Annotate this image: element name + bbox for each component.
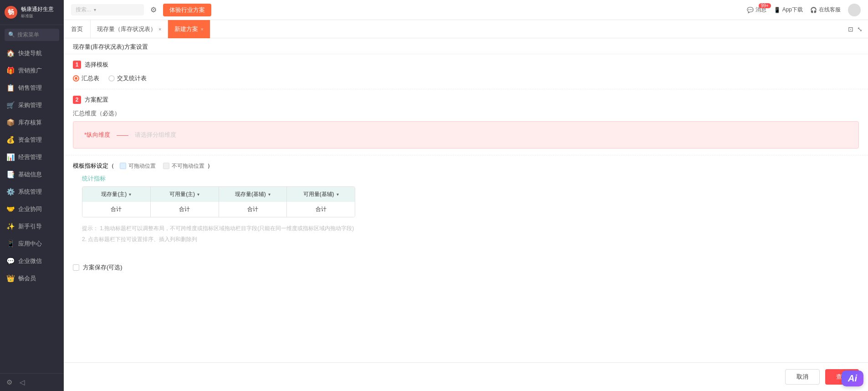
sidebar-item-purchase[interactable]: 🛒 采购管理 — [0, 97, 64, 114]
app-download-item[interactable]: 📱 App下载 — [774, 6, 803, 14]
sidebar-item-sales[interactable]: 📋 销售管理 — [0, 79, 64, 97]
sidebar-item-label: 新手引导 — [18, 222, 42, 231]
topbar-search-text: 搜索... — [76, 6, 91, 14]
section2-title: 方案配置 — [85, 96, 108, 104]
legend-draggable: 可拖动位置 — [120, 162, 156, 170]
headset-icon: 🎧 — [810, 7, 817, 13]
radio-cross-label: 交叉统计表 — [117, 74, 147, 82]
sidebar-item-label: 资金管理 — [18, 136, 42, 144]
indicator-legend: 可拖动位置 不可拖动位置 — [120, 162, 204, 170]
tab-inventory-status-label: 现存量（库存状况表） — [97, 25, 156, 33]
sidebar-item-quick-nav[interactable]: 🏠 快捷导航 — [0, 45, 64, 62]
settings-bottom-icon[interactable]: ⚙ — [6, 378, 12, 386]
online-service-item[interactable]: 🎧 在线客服 — [810, 6, 841, 14]
stats-col-1-label: 可用量(主) — [169, 190, 195, 198]
sidebar-item-marketing[interactable]: 🎁 营销推广 — [0, 62, 64, 79]
gift-icon: 🎁 — [6, 67, 15, 75]
sidebar-item-member[interactable]: 👑 畅会员 — [0, 270, 64, 287]
stats-col-2[interactable]: 现存量(基辅) ▾ — [219, 187, 287, 202]
radio-cross[interactable]: 交叉统计表 — [108, 74, 147, 82]
sidebar-item-label: 企业微信 — [18, 257, 42, 265]
sidebar-item-label: 企业协同 — [18, 205, 42, 213]
tab-home[interactable]: 首页 — [64, 20, 91, 38]
draggable-box — [120, 163, 126, 169]
crown-icon: 👑 — [6, 274, 15, 283]
stats-table-header: 现存量(主) ▾ 可用量(主) ▾ 现存量(基辅) ▾ 可用量(基辅) — [82, 187, 355, 202]
window-controls: ⊡ ⤡ — [842, 26, 868, 33]
sidebar-item-guide[interactable]: ✨ 新手引导 — [0, 218, 64, 235]
sidebar-item-system[interactable]: ⚙️ 系统管理 — [0, 183, 64, 201]
stats-cell-0: 合计 — [82, 202, 151, 217]
cancel-button[interactable]: 取消 — [785, 369, 820, 385]
section1-header: 1 选择模板 — [73, 61, 859, 69]
sidebar-item-label: 经营管理 — [18, 153, 42, 161]
hints: 提示： 1.拖动标题栏可以调整布局，不可跨维度或指标区域拖动栏目字段(只能在同一… — [73, 217, 859, 252]
tab-home-label: 首页 — [71, 25, 83, 33]
collapse-icon[interactable]: ◁ — [20, 378, 25, 386]
chart-icon: 📊 — [6, 153, 15, 161]
radio-summary-dot — [75, 77, 77, 80]
ai-badge[interactable]: Ai — [842, 370, 863, 386]
logo-icon: 畅 — [5, 6, 17, 19]
handshake-icon: 🤝 — [6, 205, 15, 213]
stats-cell-2: 合计 — [219, 202, 287, 217]
tab-new-plan-close[interactable]: × — [200, 26, 203, 32]
tab-new-plan[interactable]: 新建方案 × — [168, 20, 210, 38]
save-label: 方案保存(可选) — [83, 263, 123, 272]
search-label: 搜索菜单 — [17, 31, 39, 39]
save-checkbox[interactable] — [73, 264, 79, 271]
logo-text: 畅康通好生意 标准版 — [21, 5, 54, 19]
sidebar-item-inventory[interactable]: 📦 库存核算 — [0, 114, 64, 131]
sidebar-item-label: 销售管理 — [18, 84, 42, 92]
hint-2: 2. 点击标题栏下拉可设置排序、插入列和删除列 — [82, 235, 850, 245]
tab-inventory-status-close[interactable]: × — [158, 26, 161, 32]
indicator-settings: 模板指标设定（ 可拖动位置 不可拖动位置 ） 统计指标 — [64, 155, 868, 258]
sidebar-item-label: 采购管理 — [18, 101, 42, 109]
stats-col-3[interactable]: 可用量(基辅) ▾ — [287, 187, 355, 202]
sidebar-nav: 🏠 快捷导航 🎁 营销推广 📋 销售管理 🛒 采购管理 📦 库存核算 💰 资金管… — [0, 45, 64, 373]
chevron-icon-2: ▾ — [268, 192, 271, 197]
sidebar-item-basic-info[interactable]: 📑 基础信息 — [0, 166, 64, 183]
legend-not-draggable: 不可拖动位置 — [163, 162, 204, 170]
sidebar-item-enterprise[interactable]: 🤝 企业协同 — [0, 201, 64, 218]
sidebar: 畅 畅康通好生意 标准版 🔍 搜索菜单 🏠 快捷导航 🎁 营销推广 📋 销售管理… — [0, 0, 64, 391]
topbar-search[interactable]: 搜索... ▾ — [71, 4, 144, 15]
messages-item[interactable]: 💬 消息 99+ — [747, 6, 766, 14]
sidebar-item-operations[interactable]: 📊 经营管理 — [0, 149, 64, 166]
sidebar-item-label: 快捷导航 — [18, 49, 42, 57]
tab-inventory-status[interactable]: 现存量（库存状况表） × — [91, 20, 168, 38]
tab-new-plan-label: 新建方案 — [174, 25, 198, 33]
mobile-icon: 📱 — [6, 240, 15, 248]
maximize-icon[interactable]: ⤡ — [857, 26, 863, 33]
sidebar-item-label: 营销推广 — [18, 67, 42, 75]
not-draggable-label: 不可拖动位置 — [172, 162, 204, 170]
sidebar-search[interactable]: 🔍 搜索菜单 — [5, 29, 59, 41]
dimension-box[interactable]: *纵向维度 —— 请选择分组维度 — [73, 121, 859, 149]
radio-summary[interactable]: 汇总表 — [73, 74, 99, 82]
star-icon: ✨ — [6, 222, 15, 231]
app-logo: 畅 畅康通好生意 标准版 — [0, 0, 64, 25]
section-plan-config: 2 方案配置 汇总维度（必选） *纵向维度 —— 请选择分组维度 — [64, 89, 868, 155]
avatar[interactable] — [848, 4, 861, 16]
cart-icon: 🛒 — [6, 101, 15, 109]
trial-button[interactable]: 体验行业方案 — [163, 4, 211, 16]
radio-summary-circle — [73, 75, 79, 82]
section2-num: 2 — [73, 96, 81, 104]
message-icon: 💬 — [747, 7, 754, 13]
sidebar-item-app-center[interactable]: 📱 应用中心 — [0, 235, 64, 252]
home-icon: 🏠 — [6, 49, 15, 57]
gear-icon[interactable]: ⚙ — [150, 5, 157, 14]
restore-icon[interactable]: ⊡ — [848, 26, 853, 33]
stats-col-1[interactable]: 可用量(主) ▾ — [151, 187, 219, 202]
dimension-dash: —— — [117, 132, 128, 139]
doc-icon: 📑 — [6, 170, 15, 179]
dimension-required-label: 汇总维度（必选） — [73, 109, 859, 118]
stats-title: 统计指标 — [73, 175, 859, 183]
search-icon: 🔍 — [8, 31, 15, 38]
stats-col-0[interactable]: 现存量(主) ▾ — [82, 187, 151, 202]
content-area: 现存量(库存状况表)方案设置 1 选择模板 汇总表 交 — [64, 38, 868, 362]
sidebar-item-wechat[interactable]: 💬 企业微信 — [0, 252, 64, 270]
section1-num: 1 — [73, 61, 81, 69]
sidebar-item-finance[interactable]: 💰 资金管理 — [0, 131, 64, 149]
stats-table: 现存量(主) ▾ 可用量(主) ▾ 现存量(基辅) ▾ 可用量(基辅) — [82, 186, 355, 217]
